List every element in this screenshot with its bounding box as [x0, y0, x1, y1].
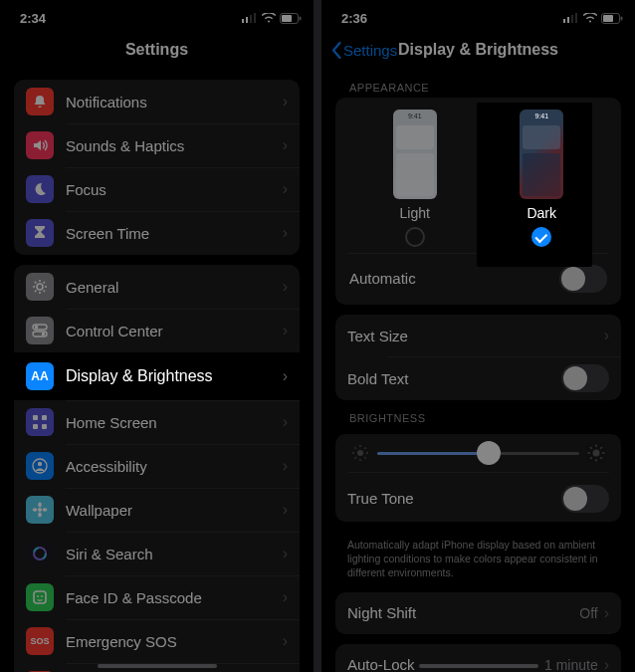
- svg-rect-13: [42, 415, 47, 420]
- row-label: Home Screen: [66, 414, 283, 431]
- svg-line-47: [354, 457, 355, 458]
- svg-rect-3: [254, 13, 256, 23]
- phone-settings: 2:34 Settings Notifications›Sounds & Hap…: [0, 0, 314, 672]
- svg-line-57: [600, 447, 602, 449]
- gear-icon: [26, 273, 54, 301]
- dark-radio[interactable]: [531, 227, 551, 247]
- brightness-slider[interactable]: [377, 452, 579, 455]
- bold-text-label: Bold Text: [347, 370, 561, 387]
- bold-text-switch[interactable]: [561, 364, 609, 392]
- settings-row-notifications[interactable]: Notifications›: [14, 80, 300, 123]
- page-title: Settings: [125, 41, 188, 59]
- dark-preview: 9:41: [520, 110, 563, 199]
- dark-label: Dark: [527, 205, 556, 221]
- settings-row-accessibility[interactable]: Accessibility›: [14, 444, 300, 488]
- status-time: 2:36: [341, 11, 367, 26]
- svg-rect-12: [33, 415, 38, 420]
- settings-row-screen-time[interactable]: Screen Time›: [14, 211, 300, 255]
- row-label: Control Center: [66, 323, 283, 339]
- brightness-header: BRIGHTNESS: [349, 412, 607, 424]
- svg-point-49: [593, 450, 600, 457]
- phone-display-brightness: 2:36 Settings Display & Brightness APPEA…: [321, 0, 635, 672]
- svg-point-40: [357, 450, 363, 456]
- home-indicator: [98, 664, 217, 668]
- automatic-switch[interactable]: [559, 265, 607, 293]
- row-true-tone: True Tone: [347, 472, 609, 514]
- text-size-label: Text Size: [347, 328, 604, 344]
- battery-icon: [280, 13, 302, 24]
- row-label: Sounds & Haptics: [66, 137, 283, 154]
- brightness-group: True Tone: [335, 434, 621, 522]
- signal-icon: [563, 13, 579, 23]
- speaker-icon: [26, 131, 54, 159]
- text-group: Text Size › Bold Text: [335, 315, 621, 400]
- sun-max-icon: [587, 444, 605, 462]
- back-button[interactable]: Settings: [331, 42, 397, 59]
- settings-row-sounds-haptics[interactable]: Sounds & Haptics›: [14, 123, 300, 167]
- chevron-right-icon: ›: [283, 588, 288, 606]
- chevron-left-icon: [331, 42, 341, 59]
- row-label: Notifications: [66, 94, 283, 111]
- status-bar: 2:36: [321, 0, 635, 30]
- svg-point-20: [38, 513, 42, 518]
- svg-rect-35: [571, 15, 573, 23]
- svg-point-7: [37, 284, 43, 290]
- toggles-icon: [26, 317, 54, 344]
- status-bar: 2:34: [0, 0, 314, 30]
- settings-title-bar: Settings: [0, 30, 314, 70]
- chevron-right-icon: ›: [283, 413, 288, 431]
- svg-point-9: [35, 326, 39, 330]
- status-indicators: [563, 13, 623, 24]
- AA-icon: AA: [26, 362, 54, 390]
- svg-rect-1: [246, 17, 248, 23]
- back-label: Settings: [343, 42, 397, 59]
- svg-point-11: [42, 333, 46, 336]
- svg-line-54: [590, 447, 592, 449]
- svg-rect-6: [300, 16, 302, 20]
- automatic-label: Automatic: [349, 270, 559, 287]
- chevron-right-icon: ›: [604, 327, 609, 344]
- hourglass-icon: [26, 219, 54, 247]
- chevron-right-icon: ›: [283, 367, 288, 385]
- settings-group-2: General›Control Center›AADisplay & Brigh…: [14, 265, 300, 672]
- row-night-shift[interactable]: Night Shift Off ›: [335, 592, 621, 634]
- bell-icon: [26, 88, 54, 115]
- theme-option-light[interactable]: 9:41 Light: [360, 110, 470, 247]
- chevron-right-icon: ›: [283, 322, 288, 339]
- settings-row-siri-search[interactable]: Siri & Search›: [14, 532, 300, 575]
- svg-rect-5: [282, 15, 292, 22]
- night-shift-label: Night Shift: [347, 604, 579, 621]
- row-label: Focus: [66, 181, 283, 198]
- true-tone-switch[interactable]: [561, 485, 609, 513]
- svg-rect-25: [34, 591, 46, 603]
- svg-line-56: [590, 457, 592, 459]
- settings-row-wallpaper[interactable]: Wallpaper›: [14, 488, 300, 532]
- face-icon: [26, 583, 54, 611]
- display-title-bar: Settings Display & Brightness: [321, 30, 635, 70]
- svg-line-46: [364, 457, 365, 458]
- light-label: Light: [400, 205, 430, 221]
- svg-rect-38: [603, 15, 613, 22]
- settings-group-1: Notifications›Sounds & Haptics›Focus›Scr…: [14, 80, 300, 255]
- row-label: Display & Brightness: [66, 367, 283, 385]
- chevron-right-icon: ›: [283, 632, 288, 650]
- chevron-right-icon: ›: [283, 457, 288, 475]
- settings-row-control-center[interactable]: Control Center›: [14, 309, 300, 352]
- appearance-header: APPEARANCE: [349, 82, 607, 94]
- page-title: Display & Brightness: [398, 41, 558, 59]
- settings-row-general[interactable]: General›: [14, 265, 300, 309]
- preview-clock: 9:41: [520, 112, 563, 119]
- light-radio[interactable]: [405, 227, 425, 247]
- settings-row-focus[interactable]: Focus›: [14, 167, 300, 211]
- settings-row-home-screen[interactable]: Home Screen›: [14, 400, 300, 444]
- settings-row-face-id-passcode[interactable]: Face ID & Passcode›: [14, 575, 300, 619]
- row-text-size[interactable]: Text Size ›: [335, 315, 621, 356]
- settings-row-display-brightness[interactable]: AADisplay & Brightness›: [14, 352, 300, 400]
- svg-line-45: [354, 447, 355, 448]
- theme-option-dark[interactable]: 9:41 Dark: [487, 110, 596, 247]
- row-label: Emergency SOS: [66, 633, 283, 650]
- home-indicator: [419, 664, 538, 668]
- svg-line-55: [600, 457, 602, 459]
- settings-row-emergency-sos[interactable]: SOSEmergency SOS›: [14, 619, 300, 663]
- automatic-row: Automatic: [347, 253, 609, 295]
